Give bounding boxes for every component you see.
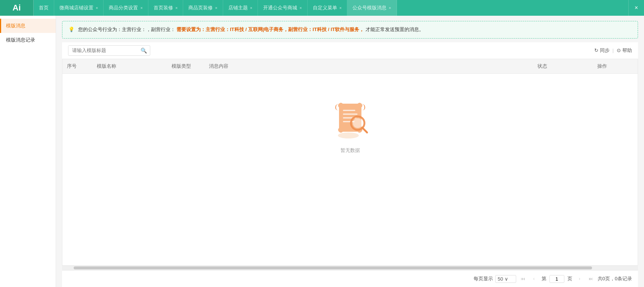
th-seq: 序号	[62, 59, 92, 73]
tab-home-decor[interactable]: 首页装修 ×	[148, 0, 183, 16]
page-size-label: 每页显示	[474, 275, 493, 282]
tab-store-theme-label: 店铺主题	[228, 4, 248, 11]
pagination: 每页显示 50 ∨ ⏮ ‹ 第 页 › ⏭ 共0页，0条记录	[62, 270, 638, 287]
scroll-thumb[interactable]	[74, 266, 592, 269]
sidebar-item-template-msg[interactable]: 模版消息	[0, 19, 56, 33]
page-word-post: 页	[567, 275, 572, 282]
th-type: 模版类型	[167, 59, 204, 73]
page-size-select[interactable]: 50 ∨	[495, 275, 516, 283]
page-current-input[interactable]	[549, 275, 564, 283]
search-input[interactable]	[68, 46, 138, 55]
tab-store-theme-close[interactable]: ×	[250, 6, 252, 10]
divider: |	[613, 48, 614, 53]
page-size-chevron: ∨	[505, 276, 508, 282]
tab-store-theme[interactable]: 店铺主题 ×	[223, 0, 258, 16]
search-button[interactable]: 🔍	[138, 46, 150, 55]
search-box: 🔍	[68, 45, 150, 56]
tab-open-mall-close[interactable]: ×	[299, 6, 302, 10]
top-nav: Ai 首页 微商城店铺设置 × 商品分类设置 × 首页装修 × 商品页装修 × …	[0, 0, 644, 16]
th-action: 操作	[593, 59, 638, 73]
tab-category-settings-label: 商品分类设置	[109, 4, 138, 11]
th-content: 消息内容	[204, 59, 533, 73]
tab-template-msg-close[interactable]: ×	[389, 6, 391, 10]
tab-store-settings[interactable]: 微商城店铺设置 ×	[54, 0, 104, 16]
tab-custom-menu[interactable]: 自定义菜单 ×	[308, 0, 347, 16]
toolbar-right: ↻ 同步 | ⊙ 帮助	[594, 47, 632, 54]
data-table: 序号 模版名称 模版类型 消息内容 状态 操作	[62, 59, 638, 266]
tab-custom-menu-close[interactable]: ×	[339, 6, 342, 10]
table-header: 序号 模版名称 模版类型 消息内容 状态 操作	[62, 59, 638, 74]
tab-product-decor-close[interactable]: ×	[215, 6, 217, 10]
tab-template-msg[interactable]: 公众号模版消息 ×	[347, 0, 397, 16]
svg-point-6	[353, 118, 363, 128]
sync-icon: ↻	[594, 48, 598, 53]
page-word-pre: 第	[542, 275, 546, 282]
tab-home-decor-label: 首页装修	[154, 4, 173, 11]
empty-state: 暂无数据	[62, 74, 638, 169]
first-page-button[interactable]: ⏮	[518, 274, 527, 283]
next-page-button[interactable]: ›	[575, 274, 584, 283]
toolbar: 🔍 ↻ 同步 | ⊙ 帮助	[62, 42, 638, 59]
tab-product-decor[interactable]: 商品页装修 ×	[183, 0, 223, 16]
content-area: 💡 您的公众号行业为：主营行业：，副营行业： 需要设置为：主营行业：IT科技 /…	[56, 16, 644, 287]
sidebar-item-template-records[interactable]: 模版消息记录	[0, 33, 56, 47]
sync-button[interactable]: ↻ 同步	[594, 47, 610, 54]
empty-icon	[328, 96, 373, 141]
tab-home-decor-close[interactable]: ×	[175, 6, 178, 10]
scroll-bar-area	[62, 266, 638, 270]
page-size-value: 50	[498, 276, 503, 282]
close-all-button[interactable]: ×	[628, 0, 644, 16]
tab-home-label: 首页	[39, 4, 49, 11]
sync-label: 同步	[600, 47, 610, 54]
total-info: 共0页，0条记录	[598, 275, 632, 282]
prev-page-button[interactable]: ‹	[530, 274, 539, 283]
tab-open-mall-label: 开通公众号商城	[263, 4, 297, 11]
sidebar: 模版消息 模版消息记录	[0, 16, 56, 287]
help-icon: ⊙	[617, 48, 621, 53]
tab-custom-menu-label: 自定义菜单	[313, 4, 337, 11]
svg-line-7	[362, 128, 367, 132]
logo: Ai	[0, 0, 34, 16]
tab-open-mall[interactable]: 开通公众号商城 ×	[258, 0, 307, 16]
sidebar-item-template-records-label: 模版消息记录	[6, 37, 35, 43]
main-layout: 模版消息 模版消息记录 💡 您的公众号行业为：主营行业：，副营行业： 需要设置为…	[0, 16, 644, 287]
last-page-button[interactable]: ⏭	[586, 274, 595, 283]
tab-category-settings[interactable]: 商品分类设置 ×	[104, 0, 148, 16]
tab-template-msg-label: 公众号模版消息	[352, 4, 386, 11]
help-button[interactable]: ⊙ 帮助	[617, 47, 632, 54]
notice-suffix: 才能正常发送预置的消息。	[366, 27, 424, 32]
empty-text: 暂无数据	[341, 147, 360, 154]
notice-bar: 💡 您的公众号行业为：主营行业：，副营行业： 需要设置为：主营行业：IT科技 /…	[62, 21, 638, 39]
tab-product-decor-label: 商品页装修	[188, 4, 213, 11]
tab-category-settings-close[interactable]: ×	[140, 6, 142, 10]
tab-home[interactable]: 首页	[34, 0, 54, 16]
th-name: 模版名称	[92, 59, 167, 73]
svg-point-0	[338, 132, 359, 138]
help-label: 帮助	[622, 47, 632, 54]
notice-prefix: 您的公众号行业为：主营行业：，副营行业：	[78, 27, 175, 32]
tab-store-settings-label: 微商城店铺设置	[59, 4, 93, 11]
sidebar-item-template-msg-label: 模版消息	[6, 23, 25, 28]
nav-tabs: 首页 微商城店铺设置 × 商品分类设置 × 首页装修 × 商品页装修 × 店铺主…	[34, 0, 628, 16]
notice-highlight: 需要设置为：主营行业：IT科技 / 互联网|电子商务，副营行业：IT科技 / I…	[176, 27, 364, 32]
tab-store-settings-close[interactable]: ×	[96, 6, 98, 10]
th-status: 状态	[533, 59, 593, 73]
notice-icon: 💡	[68, 27, 74, 32]
